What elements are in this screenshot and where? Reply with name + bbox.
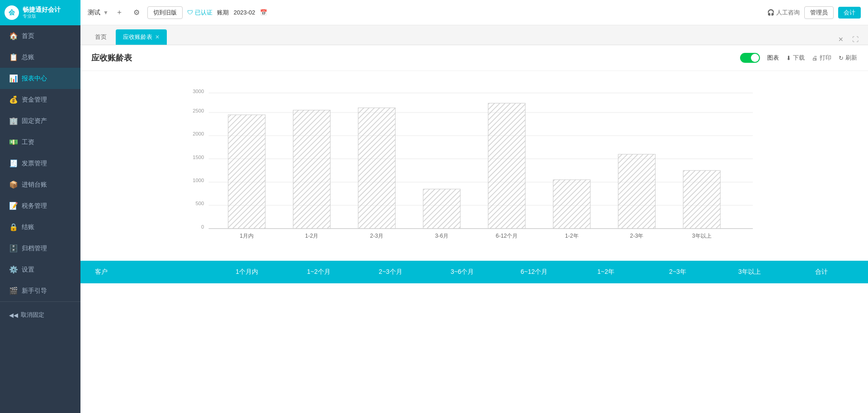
tab-close-icon[interactable]: ✕ xyxy=(155,34,160,40)
sidebar-item-label-guide: 新手引导 xyxy=(22,287,47,295)
tab-aging-label: 应收账龄表 xyxy=(123,33,152,41)
sidebar-item-label-reports: 报表中心 xyxy=(22,75,47,83)
print-icon: 🖨 xyxy=(812,55,818,61)
page-title: 应收账龄表 xyxy=(91,52,132,63)
download-button[interactable]: ⬇ 下载 xyxy=(786,54,805,62)
bar-2-3月 xyxy=(358,108,395,229)
closing-icon: 🔒 xyxy=(9,223,17,231)
sidebar-item-label-invoices: 发票管理 xyxy=(22,160,47,168)
page-header: 应收账龄表 图表 ⬇ 下载 🖨 打印 ↻ xyxy=(80,45,868,71)
print-button[interactable]: 🖨 打印 xyxy=(812,54,831,62)
guide-icon: 🎬 xyxy=(9,286,17,295)
chart-toggle[interactable] xyxy=(740,53,760,63)
tab-home-label: 首页 xyxy=(95,33,107,41)
sidebar-item-wages[interactable]: 💵 工资 xyxy=(0,131,80,153)
sidebar-item-invoices[interactable]: 🧾 发票管理 xyxy=(0,153,80,174)
table-col-9: 合计 xyxy=(785,261,857,283)
sidebar-item-label-assets: 固定资产 xyxy=(22,117,47,125)
refresh-button[interactable]: ↻ 刷新 xyxy=(839,54,857,62)
bar-1月内 xyxy=(228,115,265,229)
bar-3-6月 xyxy=(423,189,460,228)
sidebar-item-ledger[interactable]: 📋 总账 xyxy=(0,47,80,68)
assets-icon: 🏢 xyxy=(9,117,17,125)
tabs-bar: 首页 应收账龄表 ✕ ✕ ⛶ xyxy=(80,25,868,45)
svg-text:2500: 2500 xyxy=(193,108,204,113)
sidebar-item-label-ledger: 总账 xyxy=(22,53,34,61)
sidebar-item-inventory[interactable]: 📦 进销台账 xyxy=(0,174,80,195)
table-col-3: 2~3个月 xyxy=(354,261,426,283)
page-actions: 图表 ⬇ 下载 🖨 打印 ↻ 刷新 xyxy=(740,53,857,63)
sidebar-item-label-archive: 归档管理 xyxy=(22,244,47,253)
consult-label: 人工咨询 xyxy=(776,9,800,17)
tax-icon: 📝 xyxy=(9,202,17,210)
ledger-icon: 📋 xyxy=(9,53,17,61)
pin-icon: ◀◀ xyxy=(9,312,18,319)
sidebar-item-home[interactable]: 🏠 首页 xyxy=(0,25,80,47)
sidebar-item-archive[interactable]: 🗄️ 归档管理 xyxy=(0,238,80,259)
sidebar-item-funds[interactable]: 💰 资金管理 xyxy=(0,89,80,110)
sidebar-item-tax[interactable]: 📝 税务管理 xyxy=(0,195,80,216)
svg-text:6-12个月: 6-12个月 xyxy=(496,233,518,239)
tab-aging[interactable]: 应收账龄表 ✕ xyxy=(116,29,167,45)
wages-icon: 💵 xyxy=(9,138,17,146)
bar-3年以上 xyxy=(683,170,720,228)
calendar-icon[interactable]: 📅 xyxy=(260,9,267,16)
page-container: 应收账龄表 图表 ⬇ 下载 🖨 打印 ↻ xyxy=(80,45,868,413)
svg-text:1月内: 1月内 xyxy=(240,233,254,239)
close-panel-button[interactable]: ✕ xyxy=(835,34,846,45)
pin-label: 取消固定 xyxy=(21,311,44,319)
bar-1-2年 xyxy=(553,180,590,229)
consult-button[interactable]: 🎧 人工咨询 xyxy=(767,9,800,17)
sidebar-logo: 会 畅捷通好会计 专业版 xyxy=(0,0,80,25)
period-value: 2023-02 xyxy=(234,9,255,16)
admin-button[interactable]: 管理员 xyxy=(804,6,834,19)
app-name: 畅捷通好会计 xyxy=(23,6,61,14)
accountant-button[interactable]: 会计 xyxy=(838,7,861,19)
table-header: 客户1个月内1~2个月2~3个月3~6个月6~12个月1~2年2~3年3年以上合… xyxy=(80,261,868,283)
pin-sidebar-button[interactable]: ◀◀ 取消固定 xyxy=(0,306,80,324)
sidebar-item-label-inventory: 进销台账 xyxy=(22,181,47,189)
shield-icon: 🛡 xyxy=(187,9,193,16)
sidebar-item-label-wages: 工资 xyxy=(22,138,34,146)
project-name: 测试 xyxy=(88,9,100,17)
svg-text:2000: 2000 xyxy=(193,131,204,136)
svg-text:1-2年: 1-2年 xyxy=(565,233,579,239)
svg-text:3000: 3000 xyxy=(193,89,204,94)
sidebar-item-settings[interactable]: ⚙️ 设置 xyxy=(0,259,80,280)
add-project-button[interactable]: ＋ xyxy=(113,6,126,19)
inventory-icon: 📦 xyxy=(9,180,17,189)
project-selector[interactable]: 测试 ▼ xyxy=(88,9,108,17)
chart-toggle-label: 图表 xyxy=(767,54,779,62)
print-label: 打印 xyxy=(820,54,831,62)
svg-text:3-6月: 3-6月 xyxy=(435,233,448,239)
sidebar-item-reports[interactable]: 📊 报表中心 xyxy=(0,68,80,89)
table-col-6: 1~2年 xyxy=(570,261,642,283)
settings-icon[interactable]: ⚙ xyxy=(130,6,143,19)
sidebar-item-closing[interactable]: 🔒 结账 xyxy=(0,216,80,238)
sidebar-item-label-tax: 税务管理 xyxy=(22,202,47,210)
bar-chart: 0 500 1000 1500 2000 2500 3000 xyxy=(91,80,857,252)
table-col-5: 6~12个月 xyxy=(498,261,570,283)
app-logo-icon: 会 xyxy=(5,5,19,20)
sidebar-item-guide[interactable]: 🎬 新手引导 xyxy=(0,280,80,301)
page-inner: 应收账龄表 图表 ⬇ 下载 🖨 打印 ↻ xyxy=(80,45,868,413)
switch-version-button[interactable]: 切到旧版 xyxy=(147,6,183,19)
period-display: 账期 2023-02 📅 xyxy=(217,9,267,17)
refresh-icon: ↻ xyxy=(839,55,844,61)
svg-text:500: 500 xyxy=(195,201,204,206)
funds-icon: 💰 xyxy=(9,95,17,104)
sidebar-nav: 🏠 首页 📋 总账 📊 报表中心 💰 资金管理 🏢 固定资产 💵 工资 🧾 发票… xyxy=(0,25,80,413)
table-col-0: 客户 xyxy=(91,261,211,283)
archive-icon: 🗄️ xyxy=(9,244,17,253)
app-edition: 专业版 xyxy=(23,13,61,19)
download-label: 下载 xyxy=(793,54,805,62)
svg-text:1-2月: 1-2月 xyxy=(305,233,319,239)
tab-home[interactable]: 首页 xyxy=(88,29,114,45)
table-col-1: 1个月内 xyxy=(211,261,283,283)
sidebar-item-assets[interactable]: 🏢 固定资产 xyxy=(0,110,80,131)
verified-badge: 🛡 已认证 xyxy=(187,9,212,17)
main-area: 测试 ▼ ＋ ⚙ 切到旧版 🛡 已认证 账期 2023-02 📅 🎧 人工咨询 … xyxy=(80,0,868,413)
chart-area: 0 500 1000 1500 2000 2500 3000 xyxy=(80,71,868,261)
invoices-icon: 🧾 xyxy=(9,159,17,168)
expand-panel-button[interactable]: ⛶ xyxy=(850,34,861,45)
